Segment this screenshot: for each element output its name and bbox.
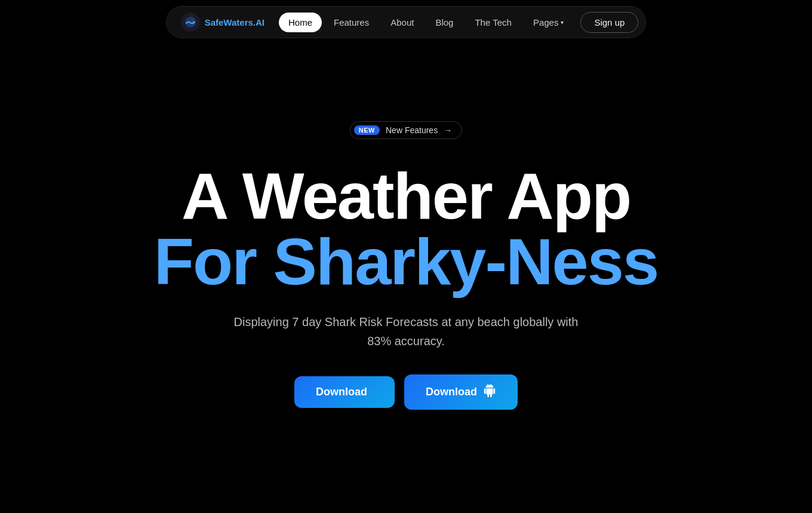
badge-text: New Features <box>386 125 438 135</box>
badge-arrow-icon: → <box>444 125 452 135</box>
hero-title-line2: For Sharky-Ness <box>154 229 658 294</box>
android-icon <box>483 384 496 400</box>
pages-chevron-icon: ▾ <box>561 19 564 26</box>
download-ios-label: Download <box>316 386 367 398</box>
download-ios-button[interactable]: Download <box>294 376 395 408</box>
nav-pages[interactable]: Pages ▾ <box>524 13 574 32</box>
nav-blog[interactable]: Blog <box>426 13 463 32</box>
nav-features[interactable]: Features <box>324 13 379 32</box>
download-buttons: Download Download <box>294 374 518 410</box>
new-features-badge[interactable]: NEW New Features → <box>350 121 462 139</box>
new-tag: NEW <box>354 125 380 135</box>
nav-the-tech[interactable]: The Tech <box>465 13 521 32</box>
hero-subtitle: Displaying 7 day Shark Risk Forecasts at… <box>227 312 585 351</box>
navbar: SafeWaters.AI Home Features About Blog T… <box>0 0 812 44</box>
logo-icon <box>181 13 200 32</box>
nav-home[interactable]: Home <box>279 13 322 32</box>
nav-container: SafeWaters.AI Home Features About Blog T… <box>166 6 647 38</box>
signup-button[interactable]: Sign up <box>580 12 638 33</box>
download-android-label: Download <box>426 386 477 398</box>
logo-text: SafeWaters.AI <box>205 17 264 27</box>
nav-about[interactable]: About <box>381 13 423 32</box>
hero-title-line1: A Weather App <box>182 163 630 229</box>
hero-section: NEW New Features → A Weather App For Sha… <box>0 44 812 498</box>
download-android-button[interactable]: Download <box>404 374 518 410</box>
logo[interactable]: SafeWaters.AI <box>174 10 272 34</box>
